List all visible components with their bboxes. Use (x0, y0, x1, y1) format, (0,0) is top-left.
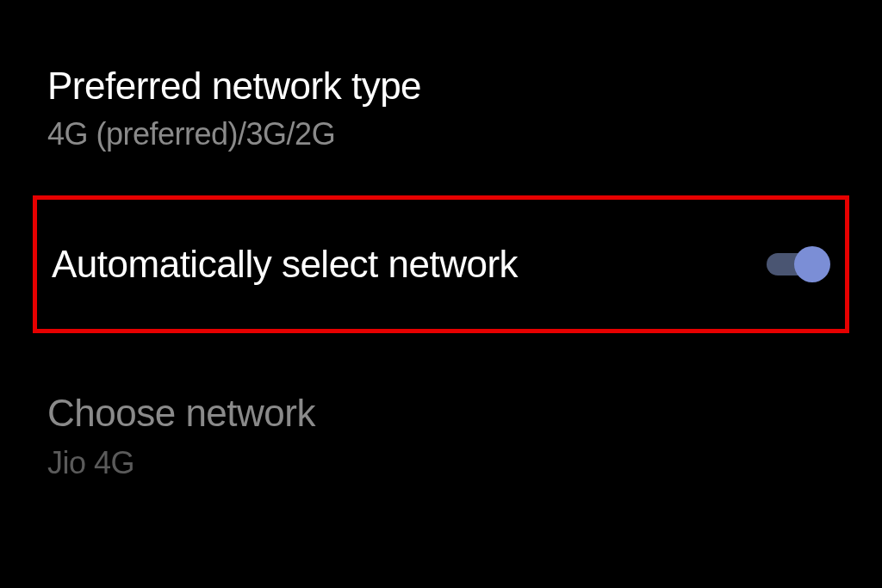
auto-select-network-item[interactable]: Automatically select network (33, 195, 849, 333)
auto-select-toggle[interactable] (767, 246, 830, 282)
choose-network-item: Choose network Jio 4G (0, 333, 882, 481)
auto-select-network-title: Automatically select network (52, 243, 518, 286)
network-settings-panel: Preferred network type 4G (preferred)/3G… (0, 0, 882, 481)
choose-network-title: Choose network (47, 392, 835, 435)
preferred-network-type-item[interactable]: Preferred network type 4G (preferred)/3G… (0, 0, 882, 195)
preferred-network-title: Preferred network type (47, 65, 835, 108)
choose-network-value: Jio 4G (47, 445, 835, 481)
preferred-network-value: 4G (preferred)/3G/2G (47, 116, 835, 152)
toggle-thumb (794, 246, 830, 282)
